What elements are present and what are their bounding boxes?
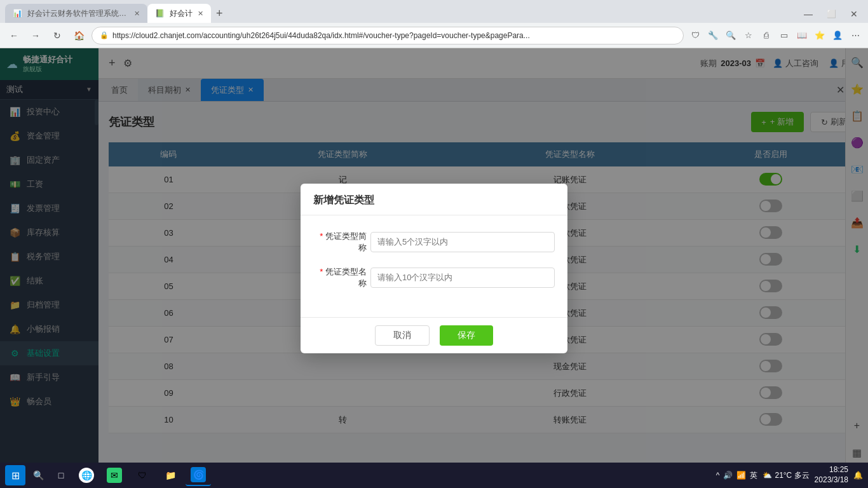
taskbar-app-chrome[interactable]: 🌐	[74, 465, 99, 485]
save-btn[interactable]: 保存	[440, 325, 493, 346]
extensions-icon[interactable]: 🔧	[705, 28, 721, 43]
url-text: https://cloud2.chanjet.com/accounting/uh…	[112, 31, 675, 40]
tab2-favicon: 📗	[155, 9, 165, 18]
dialog-footer: 取消 保存	[301, 317, 567, 353]
dialog-body: 凭证类型简称 凭证类型名称	[301, 215, 567, 317]
short-input[interactable]	[370, 232, 555, 252]
tab-1[interactable]: 📊 好会计云财务软件管理系统_会计 ✕	[5, 4, 147, 23]
taskbar-clock[interactable]: 18:25 2023/3/18	[815, 465, 848, 485]
name-input[interactable]	[370, 268, 555, 288]
menu-icon[interactable]: ⋯	[848, 28, 863, 43]
lock-icon: 🔒	[100, 31, 109, 39]
taskbar-volume-icon[interactable]: 🔊	[723, 471, 733, 480]
favorites-icon[interactable]: ⭐	[812, 28, 827, 43]
taskbar-app-folder[interactable]: 📁	[158, 465, 183, 485]
share-icon[interactable]: ⎙	[759, 28, 774, 43]
start-btn[interactable]: ⊞	[5, 465, 25, 485]
back-btn[interactable]: ←	[5, 27, 23, 44]
tab2-close[interactable]: ✕	[198, 10, 203, 18]
profile-icon[interactable]: 👤	[830, 28, 845, 43]
reload-btn[interactable]: ↻	[48, 27, 66, 44]
split-icon[interactable]: ▭	[776, 28, 792, 43]
browser-chrome: 📊 好会计云财务软件管理系统_会计 ✕ 📗 好会计 ✕ + — ⬜ ✕ ← → …	[0, 0, 868, 48]
tab1-favicon: 📊	[13, 9, 22, 18]
name-label: 凭证类型名称	[313, 266, 370, 289]
dialog: 新增凭证类型 凭证类型简称 凭证类型名称 取消 保存	[301, 184, 567, 353]
short-label: 凭证类型简称	[313, 231, 370, 254]
url-box[interactable]: 🔒 https://cloud2.chanjet.com/accounting/…	[92, 27, 684, 44]
taskbar-app-shield[interactable]: 🛡	[130, 465, 155, 485]
forward-btn[interactable]: →	[27, 27, 44, 44]
search-btn[interactable]: 🔍	[28, 465, 48, 485]
taskbar: ⊞ 🔍 □ 🌐 ✉ 🛡 📁 🌀 ^ 🔊 📶 英 ⛅	[0, 463, 868, 488]
notification-btn[interactable]: 🔔	[853, 471, 863, 480]
maximize-btn[interactable]: ⬜	[822, 5, 840, 23]
tab-2[interactable]: 📗 好会计 ✕	[147, 4, 211, 23]
taskbar-weather[interactable]: ⛅ 21°C 多云	[763, 470, 809, 481]
zoom-icon[interactable]: 🔍	[723, 28, 738, 43]
taskbar-chevron-icon[interactable]: ^	[716, 471, 720, 480]
home-btn[interactable]: 🏠	[70, 27, 88, 44]
cancel-btn[interactable]: 取消	[375, 325, 430, 346]
minimize-btn[interactable]: —	[799, 5, 817, 23]
tab-bar: 📊 好会计云财务软件管理系统_会计 ✕ 📗 好会计 ✕ + — ⬜ ✕	[0, 0, 868, 23]
new-tab-btn[interactable]: +	[211, 4, 228, 23]
tab1-close[interactable]: ✕	[134, 10, 140, 18]
weather-temp: 21°C 多云	[775, 470, 809, 481]
reading-icon[interactable]: 📖	[794, 28, 810, 43]
close-btn[interactable]: ✕	[845, 5, 863, 23]
taskbar-sys-icons: ^ 🔊 📶 英	[716, 470, 758, 481]
dialog-overlay: 新增凭证类型 凭证类型简称 凭证类型名称 取消 保存	[0, 48, 868, 488]
weather-icon: ⛅	[763, 471, 772, 480]
taskbar-lang-indicator[interactable]: 英	[750, 470, 757, 481]
tab2-title: 好会计	[170, 8, 193, 19]
clock-time: 18:25	[815, 465, 848, 475]
taskbar-app-mail[interactable]: ✉	[102, 465, 127, 485]
taskbar-app-edge[interactable]: 🌀	[186, 464, 211, 486]
address-bar: ← → ↻ 🏠 🔒 https://cloud2.chanjet.com/acc…	[0, 23, 868, 48]
security-icon[interactable]: 🛡	[688, 28, 703, 43]
star-icon[interactable]: ☆	[741, 28, 756, 43]
task-view-btn[interactable]: □	[51, 465, 71, 485]
dialog-title: 新增凭证类型	[313, 194, 374, 205]
taskbar-network-icon[interactable]: 📶	[736, 471, 746, 480]
tab1-title: 好会计云财务软件管理系统_会计	[27, 8, 129, 19]
clock-date: 2023/3/18	[815, 475, 848, 485]
dialog-header: 新增凭证类型	[301, 184, 567, 215]
